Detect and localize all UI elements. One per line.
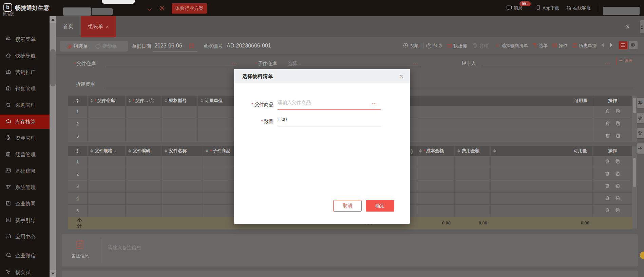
sort-icon[interactable] (493, 149, 496, 153)
modal-close-icon[interactable]: × (399, 73, 403, 80)
copy-row-icon[interactable] (615, 183, 620, 189)
delete-row-icon[interactable] (605, 183, 610, 189)
delete-row-icon[interactable] (605, 171, 610, 177)
help-circle-icon[interactable]: ? (149, 98, 154, 103)
sidebar-item-purchase[interactable]: 采购管理 (0, 98, 50, 112)
sort-icon[interactable] (128, 99, 131, 102)
table2-scroll-thumb[interactable] (633, 158, 636, 187)
sidebar-item-search-menu[interactable]: 搜索菜单 (0, 32, 50, 46)
select-bom-button[interactable]: 选择物料清单 (495, 43, 528, 49)
col-available[interactable]: 可用量 (494, 96, 593, 106)
sidebar-item-sales[interactable]: 销售管理 (0, 82, 50, 96)
copy-row-icon[interactable] (615, 196, 620, 201)
copy-row-icon[interactable] (615, 109, 620, 115)
sidebar-item-member[interactable]: 畅会员 (0, 265, 50, 277)
chevron-down-icon[interactable] (147, 7, 152, 14)
confirm-button[interactable]: 确定 (366, 200, 394, 212)
online-support-button[interactable]: 在线客服 (566, 5, 591, 11)
col-available[interactable]: 可用量 (491, 146, 593, 156)
child-warehouse-placeholder[interactable]: 选择... (288, 61, 301, 67)
table1-scroll-thumb[interactable] (633, 98, 636, 113)
messages-button[interactable]: 消息 (506, 5, 523, 12)
col-fee[interactable]: 费用金额 (455, 146, 491, 156)
radio-assembly[interactable]: 组装单 (67, 43, 88, 50)
sort-icon[interactable] (165, 99, 167, 102)
tab-home[interactable]: 首页 (63, 16, 73, 37)
floating-help-dot[interactable] (640, 252, 644, 259)
handler-picker-icon[interactable]: ··· (605, 61, 610, 66)
prev-doc-arrow[interactable] (601, 43, 604, 47)
modal-qty-input[interactable] (278, 117, 366, 122)
radio-disassembly[interactable]: 拆卸单 (96, 43, 117, 50)
child-warehouse-input[interactable] (287, 67, 420, 67)
copy-row-icon[interactable] (615, 121, 620, 127)
parent-warehouse-picker-icon[interactable]: ··· (231, 61, 237, 66)
sidebar-item-quick-nav[interactable]: 快捷导航 (0, 49, 50, 63)
ops-button[interactable]: 操作 (552, 43, 568, 49)
tab-close-icon[interactable]: × (106, 24, 109, 29)
delete-row-icon[interactable] (605, 196, 610, 201)
tab-assembly-active[interactable]: 组装单 × (81, 16, 116, 37)
gear-icon[interactable] (159, 5, 165, 13)
modal-product-input[interactable] (278, 100, 366, 105)
delete-row-icon[interactable] (605, 109, 610, 115)
settings-button[interactable]: 设置 (616, 57, 635, 65)
col-parent-item[interactable]: *父件... ? (126, 96, 162, 106)
tab-list-button-cut[interactable] (640, 20, 644, 33)
child-warehouse-picker-icon[interactable]: ··· (413, 61, 418, 66)
copy-row-icon[interactable] (615, 208, 620, 214)
sidebar-item-operations[interactable]: 经营管理 (0, 147, 50, 162)
modal-product-picker-icon[interactable]: ··· (372, 101, 377, 106)
parent-warehouse-input[interactable] (105, 67, 238, 67)
sort-icon[interactable] (90, 99, 93, 102)
video-button[interactable]: 视频 (403, 43, 419, 49)
sidebar-item-guide[interactable]: 新 新手引导 (0, 213, 50, 227)
sidebar-item-basic-info[interactable]: 基础信息 (0, 164, 50, 178)
rail-child-item-button[interactable]: 子 (637, 143, 644, 154)
scroll-up-arrow[interactable] (50, 16, 56, 23)
scroll-down-arrow[interactable] (50, 270, 56, 277)
column-settings-gear-icon[interactable] (68, 146, 88, 156)
sort-icon[interactable] (206, 149, 208, 153)
rail-draft-button[interactable]: 草 (637, 98, 644, 108)
doc-date-value[interactable]: 2023-06-06 (154, 43, 182, 49)
sidebar-item-system[interactable]: 系统管理 (0, 180, 50, 195)
delete-row-icon[interactable] (605, 133, 610, 139)
close-all-tabs-icon[interactable]: × (626, 23, 630, 31)
col-parent-code[interactable]: 父件编码 (126, 146, 162, 156)
scrollbar-thumb[interactable] (50, 49, 56, 86)
sort-icon[interactable] (201, 99, 203, 102)
print-button[interactable]: 打印 (472, 43, 488, 49)
main-scrollbar[interactable] (50, 16, 56, 277)
delete-row-icon[interactable] (605, 121, 610, 127)
remark-placeholder[interactable]: 请输入备注信息 (108, 245, 141, 251)
help-button[interactable]: ? 帮助 (426, 43, 442, 49)
sidebar-item-collab[interactable]: 企业协同 (0, 197, 50, 211)
sort-icon[interactable] (457, 149, 460, 153)
col-parent-name[interactable]: 父件名称 (162, 146, 203, 156)
handler-input[interactable] (482, 67, 611, 67)
list-view-toggle[interactable] (619, 41, 627, 49)
copy-row-icon[interactable] (615, 171, 620, 177)
sidebar-item-funds[interactable]: 资金管理 (0, 131, 50, 145)
rail-attachment-button[interactable] (637, 113, 644, 123)
cancel-button[interactable]: 取消 (333, 200, 362, 212)
rail-parent-item-button[interactable]: 父 (637, 128, 644, 138)
copy-row-icon[interactable] (615, 133, 620, 139)
col-unit[interactable]: 计量单位 (198, 96, 234, 106)
sort-icon[interactable] (128, 149, 131, 153)
col-parent-spec[interactable]: 父件规格... (88, 146, 126, 156)
delete-row-icon[interactable] (605, 159, 610, 165)
sort-icon[interactable] (419, 149, 422, 153)
sort-icon[interactable] (90, 149, 93, 153)
copy-row-icon[interactable] (615, 159, 620, 165)
hotkeys-button[interactable]: 快捷键 (447, 43, 467, 49)
next-doc-arrow[interactable] (610, 43, 613, 47)
grid-view-toggle[interactable] (629, 41, 638, 49)
sidebar-item-inventory[interactable]: 库存核算 (0, 115, 50, 129)
calendar-icon[interactable] (189, 43, 194, 50)
history-button[interactable]: 历史单据 (572, 43, 596, 49)
pick-doc-button[interactable]: 选单 (532, 43, 548, 49)
column-settings-gear-icon[interactable] (68, 96, 88, 106)
delete-row-icon[interactable] (605, 208, 610, 214)
